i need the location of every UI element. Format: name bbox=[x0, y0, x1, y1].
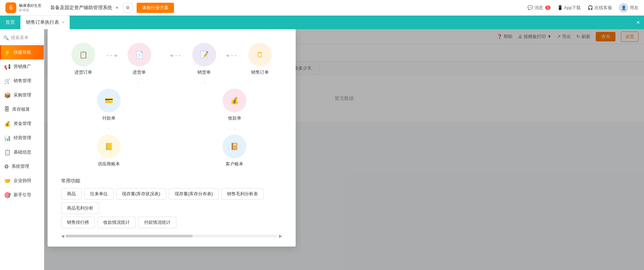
flow-item-receipt[interactable]: 💰 收款单 bbox=[212, 86, 257, 124]
svg-text:🗒: 🗒 bbox=[257, 51, 263, 58]
user-menu-button[interactable]: 👤 用友 bbox=[619, 3, 639, 13]
user-avatar: 👤 bbox=[619, 3, 628, 13]
func-btn-商品毛利分析[interactable]: 商品毛利分析 bbox=[61, 202, 99, 214]
phone-icon: 📱 bbox=[557, 5, 563, 10]
down-arrow-purchase-bill: ↓ bbox=[117, 78, 161, 86]
supplier-account-circle[interactable]: 📒 bbox=[97, 134, 121, 158]
sidebar-item-quick-nav[interactable]: ⚡ 快捷导航 bbox=[0, 45, 44, 59]
try-industry-button[interactable]: 体验行业方案 bbox=[137, 3, 174, 13]
sidebar-item-purchase[interactable]: 📦 采购管理 bbox=[0, 88, 44, 102]
flow-item-customer-account[interactable]: 📔 客户账本 bbox=[212, 132, 257, 170]
spacer-mid bbox=[138, 124, 206, 132]
purchase-bill-circle[interactable]: 📄 bbox=[127, 43, 151, 67]
search-icon: 🔍 bbox=[3, 35, 9, 40]
payment-circle[interactable]: 💳 bbox=[97, 89, 121, 112]
sidebar-item-newbie[interactable]: 🎯 新手引导 bbox=[0, 188, 44, 202]
sidebar-search[interactable]: 🔍 搜索菜单 bbox=[0, 32, 44, 44]
down-arrow-spacer-2 bbox=[105, 78, 117, 86]
tab-home[interactable]: 首页 bbox=[0, 16, 20, 29]
sidebar-item-inventory[interactable]: 🗄 库存核算 bbox=[0, 102, 44, 116]
flow-item-sale-order[interactable]: 🗒 销售订单 bbox=[238, 40, 282, 78]
down-arrow-spacer-3 bbox=[161, 78, 172, 86]
top-right-actions: 💬 消息 5 📱 App下载 🎧 在线客服 👤 用友 bbox=[527, 3, 639, 13]
arrow-1: ▶ bbox=[105, 55, 117, 56]
message-button[interactable]: 💬 消息 5 bbox=[527, 5, 551, 11]
system-icon: ⚙ bbox=[4, 163, 9, 170]
tab-close-icon[interactable]: × bbox=[62, 20, 64, 25]
purchase-order-circle[interactable]: 📋 bbox=[71, 43, 95, 67]
func-btn-付款情况统计[interactable]: 付款情况统计 bbox=[138, 217, 176, 228]
sidebar-item-marketing[interactable]: 📢 营销推广 bbox=[0, 59, 44, 74]
scroll-right-icon[interactable]: ▶ bbox=[279, 234, 282, 238]
func-btn-现存量(库存状况表)[interactable]: 现存量(库存状况表) bbox=[116, 188, 166, 200]
tab-sales-execution[interactable]: 销售订单执行表 × bbox=[20, 16, 70, 29]
main-layout: 🔍 搜索菜单 ⚡ 快捷导航 📢 营销推广 🛒 销售管理 📦 采购管理 🗄 库存核… bbox=[0, 29, 644, 270]
svg-text:📄: 📄 bbox=[135, 51, 143, 59]
logo-text: 畅康通好生意 标准版 bbox=[19, 3, 41, 12]
flow-item-purchase-order[interactable]: 📋 进货订单 bbox=[61, 40, 105, 78]
svg-text:📒: 📒 bbox=[105, 142, 113, 150]
app-download-button[interactable]: 📱 App下载 bbox=[557, 5, 581, 11]
func-buttons-row2: 销售排行榜收款情况统计付款情况统计 bbox=[61, 217, 282, 228]
logo-area: 6 畅康通好生意 标准版 bbox=[5, 2, 46, 13]
down-arrow-spacer-6 bbox=[238, 78, 282, 86]
quick-nav-icon: ⚡ bbox=[4, 49, 11, 56]
svg-text:💰: 💰 bbox=[230, 96, 239, 105]
operations-icon: 📊 bbox=[4, 135, 11, 141]
common-functions: 常用功能 商品往来单位现存量(库存状况表)现存量(库存分布表)销售毛利分析表商品… bbox=[61, 178, 282, 228]
flow-item-supplier-account[interactable]: 📒 供应商账本 bbox=[87, 132, 131, 170]
arrow-4: ◀ bbox=[226, 55, 238, 56]
svg-text:📔: 📔 bbox=[230, 142, 239, 150]
func-btn-销售毛利分析表[interactable]: 销售毛利分析表 bbox=[221, 188, 264, 200]
sidebar-item-enterprise[interactable]: 🤝 企业协同 bbox=[0, 174, 44, 188]
func-btn-往来单位[interactable]: 往来单位 bbox=[84, 188, 114, 200]
down-arrow-spacer-5 bbox=[227, 78, 238, 86]
message-icon: 💬 bbox=[527, 5, 533, 10]
receipt-circle[interactable]: 💰 bbox=[223, 89, 246, 112]
system-title: 装备及固定资产辅助管理系统 ▼ bbox=[50, 5, 119, 11]
sale-order-circle[interactable]: 🗒 bbox=[248, 43, 272, 67]
inventory-icon: 🗄 bbox=[4, 106, 10, 112]
finance-icon: 💰 bbox=[4, 121, 11, 127]
modal-overlay: 📋 进货订单 ▶ 📄 bbox=[44, 29, 644, 270]
down-arrow-receipt: ↓ bbox=[212, 124, 257, 132]
sidebar-item-sales[interactable]: 🛒 销售管理 bbox=[0, 74, 44, 88]
flow-item-payment[interactable]: 💳 付款单 bbox=[87, 86, 131, 124]
flow-item-sale-bill[interactable]: 📝 销货单 bbox=[182, 40, 226, 78]
func-btn-收款情况统计[interactable]: 收款情况统计 bbox=[98, 217, 136, 228]
dropdown-arrow-icon[interactable]: ▼ bbox=[115, 5, 119, 10]
sidebar-item-basic-info[interactable]: 📋 基础信息 bbox=[0, 145, 44, 159]
down-arrow-sale-bill: ↓ bbox=[183, 78, 227, 86]
message-badge: 5 bbox=[545, 5, 551, 10]
customer-account-circle[interactable]: 📔 bbox=[223, 134, 246, 158]
flow-item-purchase-bill[interactable]: 📄 进货单 bbox=[117, 40, 161, 78]
func-btn-销售排行榜[interactable]: 销售排行榜 bbox=[61, 217, 95, 228]
sidebar-item-system[interactable]: ⚙ 系统管理 bbox=[0, 159, 44, 174]
func-btn-商品[interactable]: 商品 bbox=[61, 188, 82, 200]
gear-button[interactable]: ⚙ bbox=[123, 3, 133, 13]
enterprise-icon: 🤝 bbox=[4, 178, 11, 184]
common-functions-title: 常用功能 bbox=[61, 178, 282, 184]
down-arrow-spacer-4 bbox=[172, 78, 183, 86]
tab-bar-close-icon[interactable]: × bbox=[636, 19, 640, 26]
arrow-3: ◀ bbox=[170, 55, 182, 56]
top-bar: 6 畅康通好生意 标准版 装备及固定资产辅助管理系统 ▼ ⚙ 体验行业方案 💬 … bbox=[0, 0, 644, 16]
scrollbar-track bbox=[66, 235, 278, 237]
sidebar-item-operations[interactable]: 📊 经营管理 bbox=[0, 131, 44, 145]
down-arrow-spacer-1 bbox=[61, 78, 105, 86]
sidebar-item-finance[interactable]: 💰 资金管理 bbox=[0, 116, 44, 131]
svg-text:📝: 📝 bbox=[200, 51, 208, 59]
sidebar: 🔍 搜索菜单 ⚡ 快捷导航 📢 营销推广 🛒 销售管理 📦 采购管理 🗄 库存核… bbox=[0, 29, 44, 270]
headset-icon: 🎧 bbox=[588, 5, 593, 10]
func-btn-现存量(库存分布表)[interactable]: 现存量(库存分布表) bbox=[169, 188, 219, 200]
content-area: ❓ 帮助 🖨 按模板打印 ▼ ↗ 导出 ↻ 刷新 查询 设置 📅 bbox=[44, 29, 644, 270]
scrollbar-thumb bbox=[66, 235, 193, 237]
scroll-left-icon[interactable]: ◀ bbox=[61, 234, 64, 238]
online-service-button[interactable]: 🎧 在线客服 bbox=[588, 5, 612, 11]
marketing-icon: 📢 bbox=[4, 64, 11, 70]
purchase-icon: 📦 bbox=[4, 92, 11, 98]
svg-text:📋: 📋 bbox=[79, 51, 88, 59]
logo-icon: 6 bbox=[5, 2, 16, 13]
tab-bar: 首页 销售订单执行表 × × bbox=[0, 16, 644, 29]
sale-bill-circle[interactable]: 📝 bbox=[192, 43, 216, 67]
